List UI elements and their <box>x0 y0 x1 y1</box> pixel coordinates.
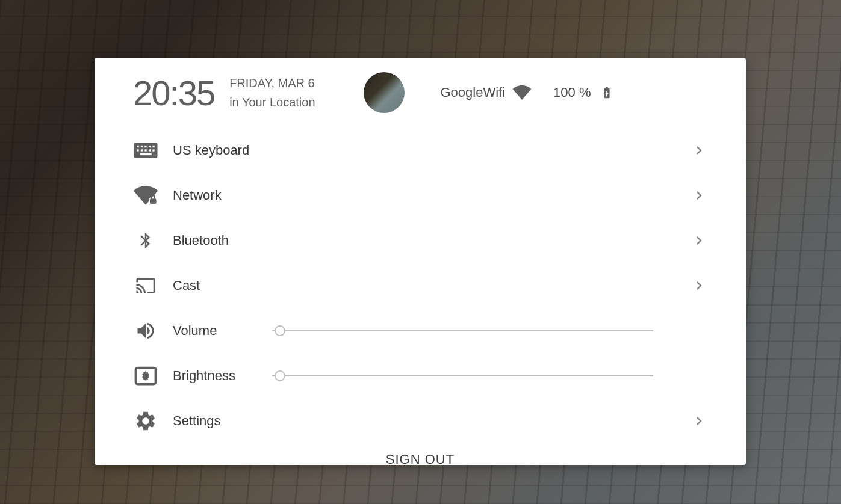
cast-label: Cast <box>173 278 272 293</box>
system-status-panel: 20:35 FRIDAY, MAR 6 in Your Location Goo… <box>95 58 746 465</box>
chevron-right-icon <box>690 232 707 249</box>
network-label: Network <box>173 188 272 203</box>
volume-item: Volume <box>133 308 707 353</box>
svg-rect-13 <box>150 198 157 204</box>
settings-item[interactable]: Settings <box>133 398 707 443</box>
chevron-right-icon <box>690 142 707 159</box>
battery-percent-label: 100 % <box>553 85 591 100</box>
svg-rect-9 <box>149 149 151 151</box>
settings-label: Settings <box>173 413 272 429</box>
wifi-icon <box>512 83 532 102</box>
keyboard-icon <box>133 138 158 163</box>
svg-rect-11 <box>140 153 152 155</box>
svg-rect-7 <box>141 149 143 151</box>
volume-label: Volume <box>173 323 272 339</box>
brightness-slider-thumb[interactable] <box>275 370 285 381</box>
cast-icon <box>133 273 158 298</box>
svg-rect-3 <box>144 145 146 147</box>
status-header: 20:35 FRIDAY, MAR 6 in Your Location Goo… <box>95 58 746 128</box>
user-avatar[interactable] <box>364 72 405 113</box>
svg-rect-5 <box>152 145 154 147</box>
brightness-icon <box>133 363 158 389</box>
brightness-slider[interactable] <box>272 375 653 376</box>
svg-rect-2 <box>141 145 143 147</box>
svg-rect-10 <box>152 149 154 151</box>
status-indicators: GoogleWifi 100 % <box>441 83 614 102</box>
chevron-right-icon <box>690 187 707 204</box>
sign-out-button[interactable]: SIGN OUT <box>95 443 746 482</box>
keyboard-label: US keyboard <box>173 143 272 158</box>
cast-item[interactable]: Cast <box>133 263 707 308</box>
bluetooth-icon <box>133 228 158 253</box>
quick-settings-list: US keyboard Network Bluetooth Cast <box>95 128 746 443</box>
gear-icon <box>133 408 158 434</box>
bluetooth-label: Bluetooth <box>173 233 272 248</box>
brightness-item: Brightness <box>133 353 707 398</box>
clock-time: 20:35 <box>133 73 214 113</box>
brightness-label: Brightness <box>173 368 272 384</box>
date-label: FRIDAY, MAR 6 <box>229 73 315 93</box>
network-item[interactable]: Network <box>133 173 707 218</box>
location-label: in Your Location <box>229 93 315 112</box>
svg-rect-6 <box>137 149 138 151</box>
svg-rect-4 <box>149 145 151 147</box>
volume-slider-thumb[interactable] <box>275 325 285 336</box>
chevron-right-icon <box>690 413 707 429</box>
wifi-lock-icon <box>133 183 158 208</box>
keyboard-item[interactable]: US keyboard <box>133 128 707 173</box>
volume-icon <box>133 318 158 343</box>
chevron-right-icon <box>690 277 707 294</box>
svg-rect-8 <box>144 149 146 151</box>
battery-charging-icon <box>600 84 613 102</box>
date-location: FRIDAY, MAR 6 in Your Location <box>229 73 315 112</box>
bluetooth-item[interactable]: Bluetooth <box>133 218 707 263</box>
volume-slider[interactable] <box>272 330 653 331</box>
svg-rect-1 <box>137 145 138 147</box>
wifi-name-label: GoogleWifi <box>441 85 506 100</box>
